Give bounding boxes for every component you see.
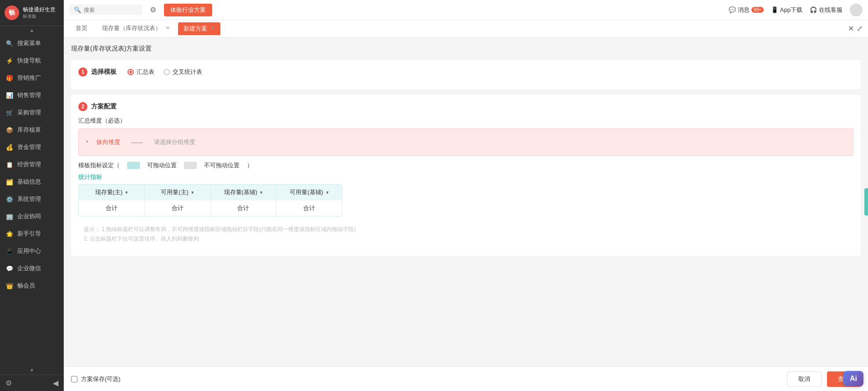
template-indicator: 模板指标设定（ 可拖动位置 不可拖动位置 ） (78, 161, 853, 170)
user-avatar[interactable] (850, 4, 863, 16)
chevron-down-icon-1[interactable]: ▾ (191, 190, 194, 196)
tip-1: 提示： 1.拖动标题栏可以调整布局，不可跨维度或指标区域拖动栏目字段(只能在同一… (84, 226, 848, 233)
sidebar-item-corp[interactable]: 🏢 企业协同 (0, 208, 64, 225)
sidebar-item-label-search: 搜索菜单 (17, 39, 41, 47)
step2-title: 方案配置 (91, 103, 117, 111)
draggable-indicator (127, 162, 140, 169)
tab-new-plan[interactable]: 新建方案 ✕ (178, 22, 220, 35)
stats-col-1[interactable]: 可用量(主) ▾ (145, 185, 211, 200)
tab-home[interactable]: 首页 (69, 21, 94, 36)
sidebar-item-label-basic-info: 基础信息 (17, 178, 41, 186)
summary-dimension-label: 汇总维度（必选） (78, 117, 853, 125)
app-name: 畅捷通好生意 (23, 6, 56, 14)
sidebar-item-system[interactable]: ⚙️ 系统管理 (0, 190, 64, 208)
sidebar-item-new-guide[interactable]: 🌟 新手引导 (0, 225, 64, 242)
sidebar-item-app-center[interactable]: 📱 应用中心 (0, 242, 64, 260)
sidebar-item-marketing[interactable]: 🎁 营销推广 (0, 69, 64, 87)
trial-button[interactable]: 体验行业方案 (164, 4, 212, 16)
content-area: 现存量(库存状况表)方案设置 1 选择模板 汇总表 交叉统计表 (64, 37, 868, 366)
window-close-icon[interactable]: ✕ (848, 24, 854, 33)
sidebar-item-quick-nav[interactable]: ⚡ 快捷导航 (0, 52, 64, 69)
settings-icon[interactable]: ⚙ (5, 379, 12, 387)
stats-cell-0-3: 合计 (276, 201, 342, 216)
search-input[interactable] (84, 7, 138, 13)
required-mark: * (86, 139, 88, 146)
dimension-field-label: 纵向维度 (97, 138, 120, 146)
basic-info-icon: 🗂️ (5, 178, 14, 186)
gear-icon[interactable]: ⚙ (147, 4, 159, 16)
stats-label: 统计指标 (78, 173, 853, 181)
stats-col-0[interactable]: 现存量(主) ▾ (79, 185, 145, 200)
wechat-icon: 💬 (5, 264, 14, 273)
dimension-box[interactable]: * 纵向维度 —— 请选择分组维度 (78, 129, 853, 156)
chevron-down-icon-0[interactable]: ▾ (125, 190, 128, 196)
step1-title: 选择模板 (91, 68, 117, 76)
template-radio-group: 汇总表 交叉统计表 (128, 68, 202, 76)
step1-num: 1 (78, 67, 87, 77)
quick-nav-icon: ⚡ (5, 57, 14, 65)
save-checkbox[interactable] (71, 376, 77, 382)
search-box[interactable]: 🔍 (69, 5, 142, 15)
stats-section: 统计指标 现存量(主) ▾ 可用量(主) ▾ 现存量(基辅) (78, 173, 853, 216)
cancel-button[interactable]: 取消 (787, 371, 822, 387)
sidebar-logo: 畅 畅捷通好生意 标准版 (0, 0, 64, 26)
sidebar-item-label-member: 畅会员 (17, 282, 35, 290)
stats-table-header: 现存量(主) ▾ 可用量(主) ▾ 现存量(基辅) ▾ 可用量(基辅) (79, 185, 342, 200)
collapse-icon[interactable]: ◀ (53, 379, 58, 387)
new-guide-icon: 🌟 (5, 230, 14, 238)
tips-section: 提示： 1.拖动标题栏可以调整布局，不可跨维度或指标区域拖动栏目字段(只能在同一… (78, 222, 853, 248)
service-icon: 🎧 (810, 6, 817, 13)
save-option-label: 方案保存(可选) (81, 375, 121, 383)
sidebar-item-label-operations: 经营管理 (17, 160, 41, 169)
sidebar-bottom: ⚙ ◀ (0, 375, 64, 391)
app-edition: 标准版 (23, 13, 56, 20)
tip-2: 2. 点击标题栏下拉可设置排序、插入列和删除列 (84, 235, 848, 243)
sidebar-item-sales[interactable]: 📊 销售管理 (0, 87, 64, 104)
message-icon: 💬 (729, 6, 736, 13)
sidebar-item-label-system: 系统管理 (17, 195, 41, 203)
sidebar-item-member[interactable]: 👑 畅会员 (0, 277, 64, 294)
message-button[interactable]: 💬 消息 99+ (729, 6, 764, 14)
app-download-button[interactable]: 📱 App下载 (771, 6, 802, 14)
sidebar-item-search[interactable]: 🔍 搜索菜单 (0, 35, 64, 52)
ai-button[interactable]: Ai (843, 371, 863, 386)
sidebar-item-label-finance: 资金管理 (17, 143, 41, 151)
purchase-icon: 🛒 (5, 108, 14, 117)
sidebar-item-finance[interactable]: 💰 资金管理 (0, 139, 64, 156)
sidebar-scroll-up[interactable]: ▲ (0, 26, 64, 35)
app-logo-icon: 畅 (5, 5, 19, 20)
sidebar-item-inventory[interactable]: 📦 库存核算 (0, 121, 64, 139)
tab-inventory-status[interactable]: 现存量（库存状况表） ✕ (96, 21, 176, 36)
sidebar-item-basic-info[interactable]: 🗂️ 基础信息 (0, 173, 64, 190)
tab-inventory-close-icon[interactable]: ✕ (166, 25, 170, 31)
stats-col-3[interactable]: 可用量(基辅) ▾ (276, 185, 342, 200)
sidebar-item-wechat[interactable]: 💬 企业微信 (0, 260, 64, 277)
chevron-down-icon-3[interactable]: ▾ (326, 190, 329, 196)
service-button[interactable]: 🎧 在线客服 (810, 6, 842, 14)
sidebar-item-label-wechat: 企业微信 (17, 264, 41, 273)
app-icon: 📱 (771, 6, 778, 13)
tab-new-plan-close-icon[interactable]: ✕ (211, 26, 215, 31)
sidebar-item-purchase[interactable]: 🛒 采购管理 (0, 104, 64, 121)
sidebar-item-operations[interactable]: 📋 经营管理 (0, 156, 64, 173)
stats-cell-0-0: 合计 (79, 201, 145, 216)
message-badge: 99+ (751, 7, 764, 13)
bottom-bar: 方案保存(可选) 取消 查询 (64, 366, 868, 391)
stats-col-2[interactable]: 现存量(基辅) ▾ (211, 185, 277, 200)
sidebar-scroll-down[interactable]: ▼ (0, 366, 64, 375)
sidebar: 畅 畅捷通好生意 标准版 ▲ 🔍 搜索菜单 ⚡ 快捷导航 🎁 营销推广 📊 销售… (0, 0, 64, 391)
marketing-icon: 🎁 (5, 74, 14, 82)
window-expand-icon[interactable]: ⤢ (857, 24, 863, 33)
radio-crosstab-circle (163, 69, 170, 75)
right-drag-handle[interactable] (864, 188, 868, 216)
sidebar-item-label-new-guide: 新手引导 (17, 230, 41, 238)
stats-table-row: 合计 合计 合计 合计 (79, 200, 342, 216)
radio-crosstab[interactable]: 交叉统计表 (163, 68, 202, 76)
sidebar-item-label-purchase: 采购管理 (17, 108, 41, 117)
dimension-placeholder: 请选择分组维度 (154, 138, 195, 146)
chevron-down-icon-2[interactable]: ▾ (260, 190, 263, 196)
system-icon: ⚙️ (5, 195, 14, 203)
operations-icon: 📋 (5, 160, 14, 169)
radio-summary[interactable]: 汇总表 (128, 68, 154, 76)
tabs-bar: 首页 现存量（库存状况表） ✕ 新建方案 ✕ ✕ ⤢ (64, 20, 868, 37)
